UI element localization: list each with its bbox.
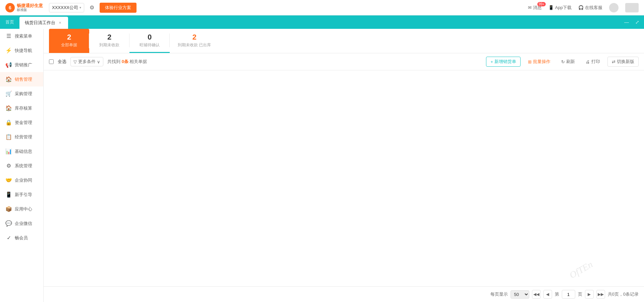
settings-icon: ⚙ [90, 4, 94, 11]
switch-version-button[interactable]: ⇄ 切换新版 [607, 57, 639, 67]
sidebar-item-base-info[interactable]: 📊 基础信息 [0, 144, 43, 159]
print-label: 打印 [591, 59, 600, 65]
last-page-button[interactable]: ▶▶ [596, 290, 605, 299]
sidebar-app-center-label: 应用中心 [15, 206, 32, 212]
stat-shipped-label: 到期未收款 已出库 [178, 42, 211, 48]
batch-label: 批量操作 [533, 59, 550, 65]
quick-nav-icon: ⚡ [5, 47, 12, 54]
select-all-checkbox[interactable] [49, 59, 54, 64]
page-size-select[interactable]: 50 100 200 [511, 290, 529, 299]
filter-icon: ▽ [73, 59, 77, 64]
sidebar-item-inventory[interactable]: 🏠 库存核算 [0, 101, 43, 115]
sidebar-item-finance[interactable]: 🔒 资金管理 [0, 115, 43, 130]
logo-text: 畅捷通好生意 标准版 [17, 3, 43, 12]
company-selector[interactable]: XXXXXX公司 ▾ [49, 3, 84, 12]
company-dropdown-arrow: ▾ [79, 6, 81, 9]
prev-page-button[interactable]: ◀ [543, 290, 552, 299]
found-text: 共找到 0条 相关单据 [107, 59, 147, 65]
tab-home-label: 首页 [5, 19, 14, 25]
app-download-icon: 📱 [548, 5, 554, 10]
refresh-button[interactable]: ↻ 刷新 [558, 57, 578, 66]
tab-maximize-button[interactable]: ⤢ [633, 18, 641, 26]
operations-icon: 📋 [5, 134, 12, 140]
stat-pending-label: 旺辅待确认 [140, 42, 160, 48]
sidebar-inventory-label: 库存核算 [15, 105, 32, 111]
online-service-label: 在线客服 [585, 5, 602, 11]
new-btn-label: 新增销货单 [494, 59, 516, 65]
sidebar-item-app-center[interactable]: 📦 应用中心 [0, 202, 43, 216]
beginner-icon: 📱 [5, 191, 12, 198]
stat-tab-shipped[interactable]: 2 到期未收款 已出库 [170, 29, 219, 53]
stat-all-label: 全部单据 [61, 42, 77, 48]
footer-pagination: 每页显示 50 100 200 ◀◀ ◀ 第 页 ▶ ▶▶ 共0页，0条记录 [44, 286, 644, 302]
sidebar-enterprise-label: 企业协同 [15, 177, 32, 183]
header-right: ✉ 消息 99 📱 App下载 🎧 在线客服 [528, 3, 639, 12]
user-info-area[interactable] [625, 3, 639, 12]
tab-active[interactable]: 钱货日清工作台 × [19, 17, 68, 29]
first-page-button[interactable]: ◀◀ [532, 290, 541, 299]
app-name: 畅捷通好生意 [17, 3, 43, 8]
tab-minimize-button[interactable]: — [623, 18, 631, 26]
app-download-item[interactable]: 📱 App下载 [548, 5, 572, 11]
stat-pending-number: 0 [148, 33, 152, 42]
page-number-input[interactable] [562, 290, 575, 299]
switch-label: 切换新版 [617, 59, 634, 65]
sidebar-item-sales[interactable]: 🏠 销售管理 [0, 72, 43, 86]
sidebar-finance-label: 资金管理 [15, 120, 32, 126]
sidebar-item-beginner[interactable]: 📱 新手引导 [0, 187, 43, 202]
search-menu-icon: ☰ [5, 33, 12, 39]
sidebar-item-quick-nav[interactable]: ⚡ 快捷导航 [0, 43, 43, 58]
filter-button[interactable]: ▽ 更多条件 ∨ [70, 57, 103, 66]
switch-icon: ⇄ [612, 59, 615, 64]
tab-active-label: 钱货日清工作台 [25, 20, 55, 26]
sidebar-item-operations[interactable]: 📋 经营管理 [0, 130, 43, 144]
page-size-label: 每页显示 [490, 291, 508, 297]
purchase-icon: 🛒 [5, 90, 12, 97]
settings-button[interactable]: ⚙ [87, 3, 97, 13]
app-edition: 标准版 [17, 8, 43, 12]
sales-icon: 🏠 [5, 76, 12, 82]
stat-tab-all[interactable]: 2 全部单据 [49, 29, 89, 53]
company-name: XXXXXX公司 [52, 5, 78, 11]
table-area [44, 70, 644, 286]
stat-shipped-number: 2 [193, 33, 197, 42]
sidebar-item-marketing[interactable]: 📢 营销推广 [0, 58, 43, 72]
filter-label: 更多条件 [78, 59, 96, 65]
filter-arrow-icon: ∨ [97, 59, 100, 64]
sidebar-item-purchase[interactable]: 🛒 采购管理 [0, 86, 43, 101]
finance-icon: 🔒 [5, 119, 12, 126]
next-page-button[interactable]: ▶ [585, 290, 594, 299]
tab-close-button[interactable]: × [57, 20, 63, 25]
marketing-icon: 📢 [5, 62, 12, 68]
stat-tab-pending[interactable]: 0 旺辅待确认 [129, 29, 170, 53]
stat-tab-overdue[interactable]: 2 到期未收款 [89, 29, 129, 53]
refresh-label: 刷新 [566, 59, 575, 65]
batch-operation-button[interactable]: ⊞ 批量操作 [525, 57, 554, 66]
sidebar: ☰ 搜索菜单 ⚡ 快捷导航 📢 营销推广 🏠 销售管理 🛒 采购管理 🏠 库存核… [0, 29, 44, 302]
sidebar-wechat-label: 企业微信 [15, 221, 32, 227]
new-sale-order-button[interactable]: + 新增销货单 [486, 57, 521, 67]
sidebar-item-enterprise[interactable]: 🤝 企业协同 [0, 173, 43, 187]
sidebar-item-member[interactable]: ✓ 畅会员 [0, 231, 43, 245]
content-area: 2 全部单据 2 到期未收款 0 旺辅待确认 2 到期未收款 已出库 全选 [44, 29, 644, 302]
user-avatar[interactable] [609, 3, 619, 12]
toolbar-right: + 新增销货单 ⊞ 批量操作 ↻ 刷新 🖨 打印 ⇄ 切换新版 [486, 57, 639, 67]
page-label: 第 [555, 291, 559, 297]
toolbar: 全选 ▽ 更多条件 ∨ 共找到 0条 相关单据 + 新增销货单 ⊞ [44, 53, 644, 70]
print-button[interactable]: 🖨 打印 [582, 57, 603, 66]
top-header: 6 畅捷通好生意 标准版 XXXXXX公司 ▾ ⚙ 体验行业方案 ✉ 消息 99… [0, 0, 644, 15]
page-suffix: 页 [578, 291, 582, 297]
total-info: 共0页，0条记录 [608, 291, 639, 297]
app-center-icon: 📦 [5, 206, 12, 212]
sidebar-item-system[interactable]: ⚙ 系统管理 [0, 159, 43, 173]
sidebar-item-search-menu[interactable]: ☰ 搜索菜单 [0, 29, 43, 43]
message-item[interactable]: ✉ 消息 99 [528, 5, 542, 11]
tab-home[interactable]: 首页 [0, 15, 19, 29]
sidebar-item-wechat[interactable]: 💬 企业微信 [0, 216, 43, 231]
headset-icon: 🎧 [578, 5, 584, 10]
online-service-item[interactable]: 🎧 在线客服 [578, 5, 602, 11]
trial-button[interactable]: 体验行业方案 [100, 3, 137, 13]
sidebar-member-label: 畅会员 [15, 235, 28, 241]
enterprise-icon: 🤝 [5, 177, 12, 183]
message-badge: 99 [537, 2, 546, 6]
